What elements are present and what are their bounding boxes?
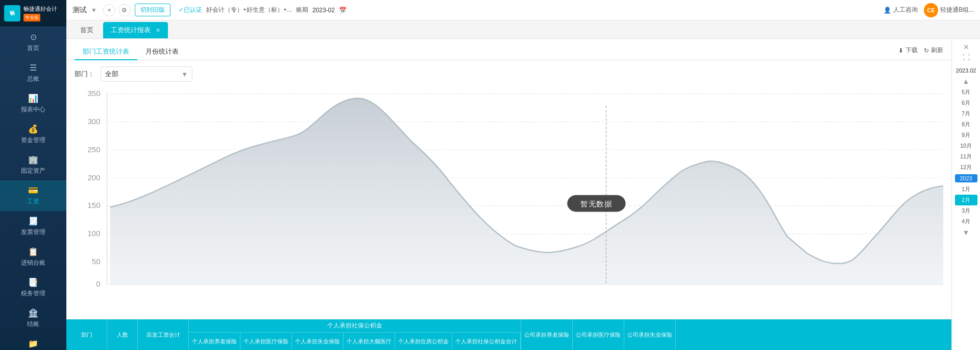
sidebar-item-reports[interactable]: 📊 报表中心	[0, 88, 66, 119]
user-info[interactable]: CE 轻捷通B组...	[924, 3, 974, 17]
svg-text:350: 350	[87, 90, 100, 98]
refresh-button[interactable]: ↻ 刷新	[924, 46, 943, 55]
logo-icon: 畅	[4, 5, 20, 21]
home-icon: ⊙	[30, 32, 37, 42]
tax-icon: 📑	[28, 277, 38, 287]
sidebar-label-sales: 进销台账	[21, 259, 45, 267]
sidebar-label-tax: 税务管理	[21, 289, 45, 298]
calendar-icon[interactable]: 📅	[339, 7, 347, 14]
svg-text:0: 0	[96, 281, 100, 288]
svg-text:暂无数据: 暂无数据	[580, 200, 612, 208]
month-6[interactable]: 6月	[955, 98, 977, 108]
sidebar-logo: 畅 畅捷通好会计 专业版	[0, 0, 66, 27]
month-7[interactable]: 7月	[955, 108, 977, 119]
funds-icon: 💰	[28, 124, 38, 134]
sub-tab-bar: 部门工资统计表 月份统计表 ⬇ 下载 ↻ 刷新	[66, 39, 951, 60]
panel-close-button[interactable]: ✕	[963, 43, 969, 51]
month-10[interactable]: 10月	[955, 141, 977, 151]
main-content: 部门工资统计表 月份统计表 ⬇ 下载 ↻ 刷新	[66, 39, 951, 350]
sidebar-item-ledger[interactable]: ☰ 总账	[0, 58, 66, 88]
th-personal-housing: 个人承担住房公积金	[395, 333, 452, 350]
th-company-unemployment: 公司承担失业保险	[624, 319, 676, 350]
th-personal-pension: 个人承担养老保险	[189, 333, 240, 350]
sidebar-item-tax[interactable]: 📑 税务管理	[0, 272, 66, 303]
content-area: 部门工资统计表 月份统计表 ⬇ 下载 ↻ 刷新	[66, 39, 980, 350]
download-button[interactable]: ⬇ 下载	[898, 46, 918, 55]
month-5[interactable]: 5月	[955, 87, 977, 98]
th-personal-medical: 个人承担医疗保险	[240, 333, 292, 350]
salary-icon: 💳	[28, 185, 38, 195]
svg-text:50: 50	[92, 258, 101, 266]
dept-select[interactable]: 全部 ▼	[101, 66, 192, 82]
th-personal-unemployment: 个人承担失业保险	[292, 333, 344, 350]
th-count: 人数	[107, 319, 138, 350]
sidebar-nav: ⊙ 首页 ☰ 总账 📊 报表中心 💰 资金管理 🏢 固定资产 💳 工资 🧾 发票…	[0, 27, 66, 350]
sidebar-item-archive[interactable]: 📁 归档管理	[0, 334, 66, 350]
sidebar-item-invoice[interactable]: 🧾 发票管理	[0, 211, 66, 242]
panel-expand-button[interactable]: ⛶	[963, 53, 970, 61]
th-group-personal: 个人承担社保公积金 个人承担养老保险 个人承担医疗保险 个人承担失业保险 个人承…	[189, 319, 521, 350]
month-2[interactable]: 2月	[955, 195, 977, 205]
logo-badge: 专业版	[23, 14, 40, 21]
month-4[interactable]: 4月	[955, 216, 977, 227]
main-area: 测试 ▼ + ⚙ 切到旧版 ✓已认证 好会计（专）+好生意（标）+... 账期 …	[66, 0, 980, 350]
topbar: 测试 ▼ + ⚙ 切到旧版 ✓已认证 好会计（专）+好生意（标）+... 账期 …	[66, 0, 980, 20]
archive-icon: 📁	[28, 339, 38, 348]
scroll-up-button[interactable]: ▲	[961, 76, 971, 87]
sidebar-label-ledger: 总账	[27, 75, 39, 83]
sales-icon: 📋	[28, 247, 38, 256]
refresh-icon: ↻	[924, 47, 929, 54]
sidebar-label-assets: 固定资产	[21, 167, 45, 175]
sub-tab-monthly[interactable]: 月份统计表	[137, 44, 187, 60]
year-2023-btn[interactable]: 2023	[955, 174, 977, 182]
sidebar-item-settlement[interactable]: 🏦 结账	[0, 303, 66, 334]
logo-text-group: 畅捷通好会计 专业版	[23, 5, 57, 21]
filter-label: 部门：	[75, 69, 94, 79]
sidebar-label-invoice: 发票管理	[21, 228, 45, 237]
user-label: 轻捷通B组...	[940, 6, 974, 14]
sub-tab-dept[interactable]: 部门工资统计表	[75, 44, 137, 60]
sidebar-item-sales[interactable]: 📋 进销台账	[0, 242, 66, 272]
sidebar-label-reports: 报表中心	[21, 105, 45, 114]
svg-text:100: 100	[87, 230, 100, 238]
tab-close-button[interactable]: ✕	[156, 27, 160, 33]
svg-text:150: 150	[87, 202, 100, 209]
sidebar-label-settlement: 结账	[27, 320, 39, 329]
sidebar-item-funds[interactable]: 💰 资金管理	[0, 119, 66, 150]
sidebar-item-assets[interactable]: 🏢 固定资产	[0, 150, 66, 180]
bottom-table: 部门 人数 应发工资合计 个人承担社保公积金 个人承担养老保险	[66, 319, 951, 350]
settlement-icon: 🏦	[28, 308, 38, 318]
period-value: 2023-02	[312, 7, 335, 14]
svg-text:200: 200	[87, 174, 100, 181]
topbar-dropdown-arrow[interactable]: ▼	[91, 7, 97, 14]
ledger-icon: ☰	[30, 63, 37, 73]
th-total-salary: 应发工资合计	[138, 319, 189, 350]
topbar-settings-button[interactable]: ⚙	[118, 4, 131, 16]
th-personal-major-medical: 个人承担大额医疗	[344, 333, 395, 350]
switch-version-button[interactable]: 切到旧版	[135, 4, 170, 16]
month-11[interactable]: 11月	[955, 151, 977, 162]
sidebar-item-salary[interactable]: 💳 工资	[0, 180, 66, 211]
topbar-actions: + ⚙	[103, 4, 131, 16]
sidebar: 畅 畅捷通好会计 专业版 ⊙ 首页 ☰ 总账 📊 报表中心 💰 资金管理 🏢 固…	[0, 0, 66, 350]
tab-home[interactable]: 首页	[72, 22, 101, 38]
th-personal-total: 个人承担社保公积金合计	[452, 333, 521, 350]
area-chart: 350 300 250 200 150 100 50 0	[75, 88, 943, 314]
scroll-down-button[interactable]: ▼	[961, 227, 971, 238]
sidebar-item-home[interactable]: ⊙ 首页	[0, 27, 66, 58]
month-9[interactable]: 9月	[955, 130, 977, 141]
month-12[interactable]: 12月	[955, 162, 977, 173]
th-dept: 部门	[66, 319, 107, 350]
period-label: 账期	[296, 6, 308, 14]
help-button[interactable]: 👤 人工咨询	[884, 6, 918, 14]
status-certified: ✓已认证	[179, 6, 202, 14]
topbar-add-button[interactable]: +	[103, 4, 115, 16]
month-8[interactable]: 8月	[955, 119, 977, 130]
sidebar-label-funds: 资金管理	[21, 136, 45, 145]
filter-bar: 部门： 全部 ▼	[66, 60, 951, 88]
tab-salary-report[interactable]: 工资统计报表 ✕	[103, 22, 168, 38]
download-icon: ⬇	[898, 47, 903, 54]
month-1[interactable]: 1月	[955, 184, 977, 195]
right-panel: ✕ ⛶ 2023.02 ▲ 5月 6月 7月 8月 9月 10月 11月 12月…	[951, 39, 980, 350]
month-3[interactable]: 3月	[955, 205, 977, 216]
